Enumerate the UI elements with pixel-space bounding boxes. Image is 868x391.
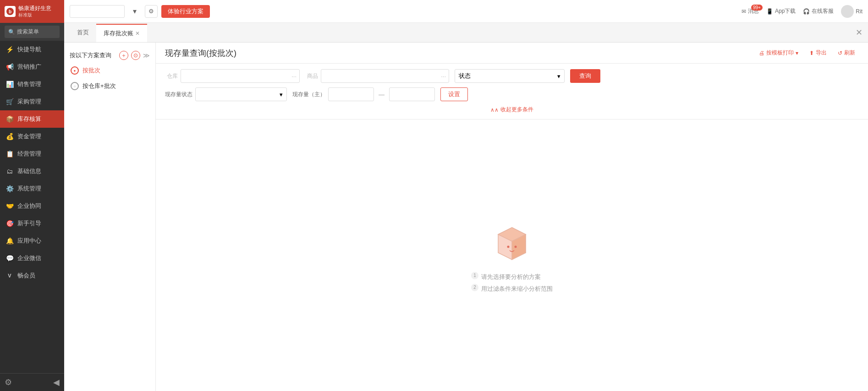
refresh-icon: ↺ xyxy=(838,50,842,56)
sidebar-item-system[interactable]: ⚙️ 系统管理 xyxy=(0,180,64,197)
topbar-left: ▾ ⚙ 体验行业方案 xyxy=(70,5,738,18)
right-panel: 现存量查询(按批次) 🖨 按模板打印 ▾ ⬆ 导出 ↺ 刷新 xyxy=(156,43,868,391)
topbar-gear-button[interactable]: ⚙ xyxy=(145,5,158,18)
inventory-qty-filter: 现存量（主） — xyxy=(292,87,435,101)
member-icon: V xyxy=(5,272,14,280)
page-header: 现存量查询(按批次) 🖨 按模板打印 ▾ ⬆ 导出 ↺ 刷新 xyxy=(156,43,868,64)
collapse-filter-button[interactable]: ∧∧ 收起更多条件 xyxy=(165,106,859,114)
export-button[interactable]: ⬆ 导出 xyxy=(806,47,830,59)
messages-badge: 99+ xyxy=(751,5,763,11)
panel-item-by-warehouse-batch[interactable]: ○ 按仓库+批次 xyxy=(64,78,155,94)
warehouse-input-wrapper: ··· xyxy=(181,69,300,83)
sidebar: b 畅康通好生意 标准版 🔍 搜索菜单 ⚡ 快捷导航 📢 营销推广 📊 销售管理… xyxy=(0,0,64,391)
collapse-sidebar-icon[interactable]: ◀ xyxy=(53,377,60,387)
collapse-up-icon: ∧∧ xyxy=(490,107,499,113)
inventory-status-chevron-icon: ▾ xyxy=(280,91,283,98)
query-button[interactable]: 查询 xyxy=(570,69,600,83)
inventory-status-filter: 现存量状态 ▾ xyxy=(165,87,287,101)
sidebar-item-member[interactable]: V 畅会员 xyxy=(0,267,64,284)
close-panel-icon[interactable]: ✕ xyxy=(856,27,863,38)
status-select[interactable]: 状态 ▾ xyxy=(455,69,565,83)
purchase-icon: 🛒 xyxy=(5,98,14,106)
settings-button[interactable]: 设置 xyxy=(440,87,468,101)
headset-icon: 🎧 xyxy=(803,8,810,15)
brand-name: 畅康通好生意 标准版 xyxy=(18,5,51,18)
panel-item-by-batch[interactable]: ● 按批次 xyxy=(64,63,155,78)
page-actions: 🖨 按模板打印 ▾ ⬆ 导出 ↺ 刷新 xyxy=(755,47,859,59)
sidebar-item-appstore[interactable]: 🔔 应用中心 xyxy=(0,232,64,250)
tab-inventory-batch[interactable]: 库存批次账 ✕ xyxy=(96,24,147,42)
online-service-action[interactable]: 🎧 在线客服 xyxy=(803,7,834,15)
inventory-status-label: 现存量状态 xyxy=(165,91,192,98)
goods-label: 商品 xyxy=(307,72,318,80)
warehouse-dots[interactable]: ··· xyxy=(289,73,299,80)
app-download-action[interactable]: 📱 App下载 xyxy=(766,7,796,15)
refresh-button[interactable]: ↺ 刷新 xyxy=(834,47,859,59)
panel-settings-button[interactable]: ⊙ xyxy=(131,51,140,60)
warehouse-input[interactable] xyxy=(181,70,289,82)
empty-state: 1 请先选择要分析的方案 2 用过滤条件来缩小分析范围 xyxy=(156,119,868,391)
sidebar-item-operation[interactable]: 📋 经营管理 xyxy=(0,145,64,163)
svg-text:b: b xyxy=(9,9,11,14)
messages-action[interactable]: ✉ 消息 99+ xyxy=(742,7,759,15)
phone-icon: 📱 xyxy=(766,8,773,15)
newuser-icon: 🎯 xyxy=(5,219,14,228)
sidebar-item-purchase[interactable]: 🛒 采购管理 xyxy=(0,93,64,110)
inventory-status-select[interactable]: ▾ xyxy=(195,87,287,101)
sidebar-item-quick-nav[interactable]: ⚡ 快捷导航 xyxy=(0,41,64,58)
user-avatar-area[interactable]: Rit xyxy=(841,5,863,18)
print-button[interactable]: 🖨 按模板打印 ▾ xyxy=(755,47,802,59)
system-icon: ⚙️ xyxy=(5,185,14,193)
sidebar-footer: ⚙ ◀ xyxy=(0,373,64,391)
warehouse-batch-icon: ○ xyxy=(71,82,79,90)
finance-icon: 💰 xyxy=(5,132,14,141)
empty-tips: 1 请先选择要分析的方案 2 用过滤条件来缩小分析范围 xyxy=(471,271,553,295)
tab-close-icon[interactable]: ✕ xyxy=(135,30,140,37)
collab-icon: 🤝 xyxy=(5,202,14,210)
svg-point-5 xyxy=(507,245,510,248)
topbar-dropdown-button[interactable]: ▾ xyxy=(128,5,141,18)
svg-point-6 xyxy=(515,245,517,248)
page-title: 现存量查询(按批次) xyxy=(165,48,236,59)
goods-input-wrapper: ··· xyxy=(321,69,449,83)
inventory-qty-min-input[interactable] xyxy=(328,87,374,101)
gear-icon: ⚙ xyxy=(148,8,154,15)
status-chevron-icon: ▾ xyxy=(557,73,560,80)
panel-collapse-icon[interactable]: ≫ xyxy=(143,52,150,59)
filter-row-1: 仓库 ··· 商品 ··· xyxy=(165,69,859,83)
print-dropdown-icon: ▾ xyxy=(796,50,798,56)
filter-area: 仓库 ··· 商品 ··· xyxy=(156,64,868,119)
sidebar-item-wechat[interactable]: 💬 企业微信 xyxy=(0,250,64,267)
goods-input[interactable] xyxy=(321,70,438,82)
goods-dots[interactable]: ··· xyxy=(438,73,449,80)
sidebar-item-marketing[interactable]: 📢 营销推广 xyxy=(0,58,64,76)
sales-icon: 📊 xyxy=(5,80,14,88)
inventory-qty-max-input[interactable] xyxy=(389,87,435,101)
tabs-bar: 首页 库存批次账 ✕ ✕ xyxy=(64,23,868,43)
empty-illustration xyxy=(489,216,535,262)
trial-button[interactable]: 体验行业方案 xyxy=(161,5,210,18)
sidebar-item-inventory[interactable]: 📦 库存核算 xyxy=(0,110,64,128)
search-menu-button[interactable]: 🔍 搜索菜单 xyxy=(5,26,60,38)
sidebar-search-area[interactable]: 🔍 搜索菜单 xyxy=(0,23,64,41)
appstore-icon: 🔔 xyxy=(5,237,14,245)
sidebar-item-sales[interactable]: 📊 销售管理 xyxy=(0,76,64,93)
wechat-icon: 💬 xyxy=(5,254,14,262)
marketing-icon: 📢 xyxy=(5,63,14,71)
panel-title-actions: ＋ ⊙ ≫ xyxy=(119,51,150,60)
topbar-search-input[interactable] xyxy=(70,5,125,18)
settings-footer-icon[interactable]: ⚙ xyxy=(5,377,12,387)
sidebar-item-newuser[interactable]: 🎯 新手引导 xyxy=(0,215,64,232)
goods-filter: 商品 ··· xyxy=(305,69,449,83)
sidebar-item-basic[interactable]: 🗂 基础信息 xyxy=(0,163,64,180)
status-filter[interactable]: 状态 ▾ xyxy=(455,69,565,83)
sidebar-nav: ⚡ 快捷导航 📢 营销推广 📊 销售管理 🛒 采购管理 📦 库存核算 💰 资金管… xyxy=(0,41,64,373)
left-panel: 按以下方案查询 ＋ ⊙ ≫ ● 按批次 ○ 按仓库+批次 xyxy=(64,43,156,391)
sidebar-item-collab[interactable]: 🤝 企业协同 xyxy=(0,197,64,215)
export-icon: ⬆ xyxy=(809,50,814,56)
tab-home[interactable]: 首页 xyxy=(70,24,96,41)
inventory-icon: 📦 xyxy=(5,115,14,123)
quick-nav-icon: ⚡ xyxy=(5,45,14,54)
sidebar-item-finance[interactable]: 💰 资金管理 xyxy=(0,128,64,145)
panel-add-button[interactable]: ＋ xyxy=(119,51,128,60)
